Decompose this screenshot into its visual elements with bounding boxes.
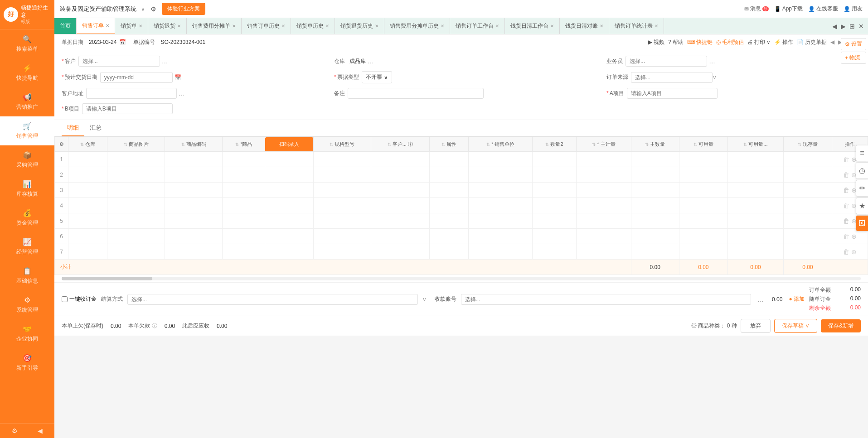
sidebar-item-快捷导航[interactable]: ⚡快捷导航	[0, 58, 54, 87]
online-service-button[interactable]: 👤 在线客服	[808, 5, 838, 13]
row-product[interactable]	[223, 213, 265, 229]
row-attr[interactable]	[430, 213, 469, 229]
row-unit[interactable]	[469, 198, 533, 213]
row-attr[interactable]	[430, 244, 469, 260]
calendar-icon[interactable]: 📅	[119, 39, 126, 45]
row-copy-icon[interactable]: ⊕	[851, 233, 857, 240]
app-download-button[interactable]: 📱 App下载	[774, 5, 803, 13]
tab-close-9[interactable]: ✕	[495, 24, 499, 29]
th-spec[interactable]: ⇅ 规格型号	[313, 137, 371, 152]
settlement-input[interactable]	[127, 294, 418, 305]
tab-11[interactable]: 钱货日清对账✕	[560, 18, 609, 34]
save-new-button[interactable]: 保存&新增	[821, 319, 861, 332]
row-unit[interactable]	[469, 244, 533, 260]
row-delete-icon[interactable]: 🗑	[843, 233, 849, 240]
message-button[interactable]: ✉ 消息 9	[744, 5, 769, 13]
delivery-calendar-icon[interactable]: 📅	[175, 74, 181, 81]
row-main-qty[interactable]	[631, 183, 679, 198]
print-btn[interactable]: 🖨 打印 ∨	[747, 39, 771, 46]
tab-close-12[interactable]: ✕	[655, 24, 658, 29]
th-available2[interactable]: ⇅ 可用量...	[727, 137, 784, 152]
settings-btn[interactable]: ⚙ 设置	[841, 38, 866, 50]
row-code[interactable]	[165, 167, 223, 183]
tab-close-1[interactable]: ✕	[106, 23, 109, 28]
row-spec[interactable]	[313, 152, 371, 167]
sidebar-settings-icon[interactable]: ⚙	[12, 427, 18, 434]
staff-more-icon[interactable]: …	[709, 58, 715, 65]
side-float-btn-2[interactable]: ✏	[856, 180, 868, 197]
account-input[interactable]	[461, 294, 752, 305]
th-qty2[interactable]: ⇅ 数量2	[532, 137, 576, 152]
tab-4[interactable]: 销售费用分摊单✕	[187, 18, 242, 34]
row-main-qty[interactable]	[631, 244, 679, 260]
tab-expand-icon[interactable]: ⊞	[848, 22, 856, 31]
help-btn[interactable]: ? 帮助	[668, 39, 684, 46]
sidebar-item-基础信息[interactable]: 📋基础信息	[0, 261, 54, 290]
row-qty2[interactable]	[532, 244, 576, 260]
tab-close-10[interactable]: ✕	[550, 24, 554, 29]
row-unit[interactable]	[469, 229, 533, 244]
view-video-btn[interactable]: ▶ 视频	[648, 39, 664, 46]
row-warehouse[interactable]	[68, 229, 107, 244]
row-warehouse[interactable]	[68, 244, 107, 260]
history-btn[interactable]: 📄 历史单据	[797, 39, 827, 46]
side-float-btn-3[interactable]: ★	[856, 197, 868, 214]
tab-close-5[interactable]: ✕	[281, 24, 285, 29]
row-attr[interactable]	[430, 167, 469, 183]
th-product[interactable]: ⇅ *商品	[223, 137, 265, 152]
th-code[interactable]: ⇅ 商品编码	[165, 137, 223, 152]
row-product[interactable]	[223, 152, 265, 167]
row-product[interactable]	[223, 198, 265, 213]
topbar-settings-icon[interactable]: ⚙	[150, 5, 156, 13]
tab-0[interactable]: 首页	[54, 18, 77, 34]
row-unit[interactable]	[469, 183, 533, 198]
expand-icon[interactable]: ∨	[141, 6, 145, 12]
sidebar-item-采购管理[interactable]: 📦采购管理	[0, 145, 54, 174]
row-product[interactable]	[223, 229, 265, 244]
row-spec[interactable]	[313, 167, 371, 183]
side-float-btn-1[interactable]: ◷	[856, 162, 868, 179]
sidebar-item-搜索菜单[interactable]: 🔍搜索菜单	[0, 29, 54, 58]
row-attr[interactable]	[430, 198, 469, 213]
row-warehouse[interactable]	[68, 183, 107, 198]
sidebar-item-营销推广[interactable]: 📢营销推广	[0, 87, 54, 116]
one-click-checkbox[interactable]	[62, 296, 68, 302]
row-warehouse[interactable]	[68, 198, 107, 213]
row-delete-icon[interactable]: 🗑	[843, 187, 849, 194]
invoice-select[interactable]: 不开票 ∨	[362, 71, 392, 83]
row-unit[interactable]	[469, 167, 533, 183]
row-customer-code[interactable]	[371, 244, 429, 260]
staff-input[interactable]	[626, 56, 707, 67]
row-delete-icon[interactable]: 🗑	[843, 202, 849, 209]
tab-3[interactable]: 销货退货✕	[148, 18, 187, 34]
row-product[interactable]	[223, 183, 265, 198]
tab-9[interactable]: 销售订单工作台✕	[450, 18, 505, 34]
row-customer-code[interactable]	[371, 229, 429, 244]
sidebar-item-资金管理[interactable]: 💰资金管理	[0, 203, 54, 232]
th-stock[interactable]: ⇅ 现存量	[784, 137, 832, 152]
discard-button[interactable]: 放弃	[741, 319, 771, 333]
th-image[interactable]: ⇅ 商品图片	[107, 137, 165, 152]
row-delete-icon[interactable]: 🗑	[843, 156, 849, 163]
row-delete-icon[interactable]: 🗑	[843, 171, 849, 178]
project-b-input[interactable]	[82, 103, 173, 114]
row-attr[interactable]	[430, 229, 469, 244]
tab-6[interactable]: 销货单历史✕	[291, 18, 335, 34]
tab-close-6[interactable]: ✕	[325, 24, 329, 29]
row-spec[interactable]	[313, 244, 371, 260]
tab-close-8[interactable]: ✕	[441, 24, 444, 29]
row-main-unit[interactable]	[577, 244, 631, 260]
tab-close-4[interactable]: ✕	[232, 24, 236, 29]
tab-close-2[interactable]: ✕	[139, 24, 142, 29]
tab-5[interactable]: 销售订单历史✕	[242, 18, 291, 34]
address-more-icon[interactable]: …	[179, 90, 185, 97]
row-main-qty[interactable]	[631, 152, 679, 167]
row-main-unit[interactable]	[577, 183, 631, 198]
th-available[interactable]: ⇅ 可用量	[679, 137, 728, 152]
tab-8[interactable]: 销售费用分摊单历史✕	[384, 18, 450, 34]
row-customer-code[interactable]	[371, 183, 429, 198]
row-qty2[interactable]	[532, 152, 576, 167]
sidebar-item-库存核算[interactable]: 📊库存核算	[0, 174, 54, 203]
row-main-qty[interactable]	[631, 167, 679, 183]
sidebar-item-经营管理[interactable]: 📈经营管理	[0, 232, 54, 261]
